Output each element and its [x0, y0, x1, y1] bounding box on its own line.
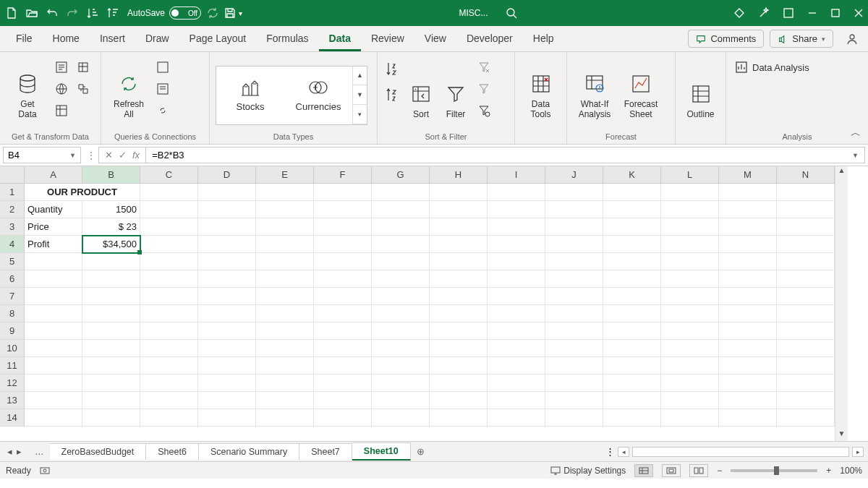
- tab-review[interactable]: Review: [361, 27, 414, 51]
- cell[interactable]: [430, 374, 488, 392]
- sheet-tab[interactable]: Sheet10: [352, 442, 411, 461]
- cell[interactable]: [719, 340, 777, 357]
- cell[interactable]: [719, 322, 777, 340]
- cell[interactable]: [545, 305, 603, 322]
- tab-data[interactable]: Data: [319, 27, 361, 51]
- cell[interactable]: [314, 357, 372, 374]
- redo-icon[interactable]: [65, 6, 80, 20]
- cell[interactable]: [719, 305, 777, 322]
- cell[interactable]: [25, 270, 82, 288]
- cell[interactable]: [256, 218, 314, 236]
- sheet-more-icon[interactable]: …: [29, 447, 50, 457]
- cell[interactable]: 1500: [82, 201, 140, 218]
- cell[interactable]: [256, 270, 314, 288]
- formula-input[interactable]: =B2*B3 ▼: [145, 147, 865, 163]
- diamond-icon[interactable]: [733, 7, 745, 19]
- enter-formula-icon[interactable]: ✓: [119, 150, 127, 160]
- row-header[interactable]: 13: [0, 392, 25, 409]
- zoom-out-icon[interactable]: −: [717, 466, 722, 476]
- cell[interactable]: [372, 392, 430, 409]
- cell[interactable]: [777, 201, 835, 218]
- queries-icon[interactable]: [153, 58, 172, 77]
- cell[interactable]: [488, 236, 545, 253]
- cell[interactable]: [545, 218, 603, 236]
- currencies-item[interactable]: Currencies: [284, 67, 352, 124]
- cell[interactable]: [719, 409, 777, 427]
- cell[interactable]: [140, 357, 198, 374]
- cell[interactable]: [372, 357, 430, 374]
- cell[interactable]: [25, 305, 82, 322]
- cell[interactable]: [140, 288, 198, 305]
- cell[interactable]: [430, 409, 488, 427]
- sheet-nav-right-icon[interactable]: ▸: [17, 446, 22, 457]
- cell[interactable]: [256, 340, 314, 357]
- display-settings-button[interactable]: Display Settings: [550, 466, 626, 476]
- cell[interactable]: [719, 374, 777, 392]
- cell[interactable]: [488, 184, 545, 201]
- cell[interactable]: [777, 322, 835, 340]
- column-header[interactable]: K: [603, 166, 661, 184]
- get-data-button[interactable]: Get Data: [6, 55, 49, 120]
- cell[interactable]: [545, 374, 603, 392]
- cell[interactable]: [603, 322, 661, 340]
- new-file-icon[interactable]: [4, 6, 19, 20]
- cell[interactable]: [430, 357, 488, 374]
- cell[interactable]: [603, 270, 661, 288]
- cell[interactable]: [430, 253, 488, 270]
- cell[interactable]: [198, 184, 256, 201]
- cell[interactable]: [314, 322, 372, 340]
- cell[interactable]: [545, 236, 603, 253]
- hscroll-left-icon[interactable]: ◂: [618, 447, 629, 457]
- cell[interactable]: [488, 374, 545, 392]
- recent-sources-icon[interactable]: [74, 58, 93, 77]
- cell[interactable]: [545, 340, 603, 357]
- cell[interactable]: [545, 288, 603, 305]
- cell[interactable]: [25, 288, 82, 305]
- cell[interactable]: [777, 374, 835, 392]
- cell[interactable]: [314, 270, 372, 288]
- cell[interactable]: [488, 340, 545, 357]
- cell[interactable]: [256, 288, 314, 305]
- filter-button[interactable]: Filter: [440, 55, 472, 120]
- cell[interactable]: [82, 340, 140, 357]
- sort-az-icon[interactable]: [383, 59, 402, 78]
- cell[interactable]: [314, 392, 372, 409]
- cell[interactable]: OUR PRODUCT: [25, 184, 140, 201]
- whatif-button[interactable]: What-If Analysis: [573, 55, 616, 120]
- data-tools-button[interactable]: Data Tools: [521, 55, 561, 120]
- column-header[interactable]: B: [82, 166, 140, 184]
- cell[interactable]: [82, 357, 140, 374]
- column-header[interactable]: F: [314, 166, 372, 184]
- tab-formulas[interactable]: Formulas: [256, 27, 318, 51]
- cell[interactable]: [314, 253, 372, 270]
- cell[interactable]: [198, 270, 256, 288]
- clear-filter-icon[interactable]: [475, 58, 493, 77]
- cell[interactable]: [545, 357, 603, 374]
- cell[interactable]: [372, 322, 430, 340]
- sort-desc-icon[interactable]: [106, 6, 120, 20]
- gallery-up-icon[interactable]: ▲: [353, 67, 367, 86]
- cell[interactable]: [198, 374, 256, 392]
- cell[interactable]: [777, 253, 835, 270]
- cell[interactable]: [198, 409, 256, 427]
- cell[interactable]: [198, 305, 256, 322]
- cell[interactable]: [661, 357, 719, 374]
- cell[interactable]: [719, 253, 777, 270]
- cell[interactable]: [430, 218, 488, 236]
- cell[interactable]: [256, 409, 314, 427]
- cell[interactable]: [82, 253, 140, 270]
- cell[interactable]: [777, 184, 835, 201]
- cell[interactable]: [488, 409, 545, 427]
- name-box[interactable]: B4 ▼: [3, 147, 81, 163]
- cell[interactable]: [372, 270, 430, 288]
- cell[interactable]: [488, 357, 545, 374]
- zoom-in-icon[interactable]: +: [826, 466, 831, 476]
- cell[interactable]: [661, 270, 719, 288]
- cell[interactable]: [603, 374, 661, 392]
- cell[interactable]: [314, 236, 372, 253]
- cell[interactable]: [719, 218, 777, 236]
- cell[interactable]: [777, 288, 835, 305]
- cell[interactable]: [430, 270, 488, 288]
- cell[interactable]: [314, 218, 372, 236]
- cell[interactable]: [256, 374, 314, 392]
